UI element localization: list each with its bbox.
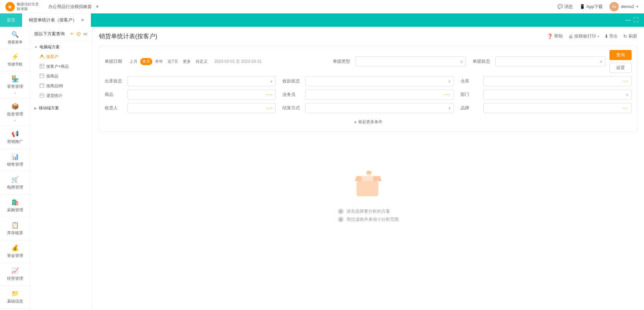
filter-row-1: 单据日期 上月 本月 本年 近7天 更多 自定义 2023-03-01 至 20… [105,50,632,73]
collapse-label: 收起更多条件 [358,119,382,125]
sidebar-item-marketing[interactable]: 📢 营销推广 [0,126,30,149]
sidebar-item-ecommerce[interactable]: 🛒 电商管理 [0,172,30,195]
receipt-status-input[interactable]: ∨ [305,76,453,86]
doc-status-input[interactable]: ∨ [495,56,605,66]
receipt-status-label: 收款状态 [282,78,303,84]
doc-type-label: 单据类型 [333,58,353,64]
svg-rect-14 [357,181,378,196]
salesperson-input[interactable]: ··· [305,90,453,100]
settlement-input[interactable]: ∨ [305,103,453,113]
help-label: 帮助 [554,33,563,39]
scheme-group-desktop: ▼ 电脑端方案 按客户 按客户+商品 按商品 [30,41,92,102]
date-tab-custom[interactable]: 自定义 [194,58,210,65]
filter-goods: 商品 ··· [105,90,276,100]
app-download-button[interactable]: 📱 App下载 [580,4,603,10]
sidebar-item-sales[interactable]: 📊 销售管理 [0,149,30,172]
refresh-button[interactable]: ↻ 刷新 [623,33,637,39]
scheme-mobile-title[interactable]: ▶ 移动端方案 [30,103,92,113]
department-input[interactable]: ∨ [483,90,632,100]
sidebar-item-quick-nav[interactable]: ⚡ 快捷导航 [0,49,30,71]
salesperson-label: 业务员 [282,92,303,98]
help-button[interactable]: ❓ 帮助 [547,33,563,39]
brand-dots: ··· [622,105,629,111]
date-tab-last-month[interactable]: 上月 [127,58,140,65]
hint-num-1: ① [338,208,344,214]
recipient-input[interactable]: ··· [127,103,276,113]
message-button[interactable]: 💬 消息 [557,4,573,10]
tab-sales-stat[interactable]: 销货单统计表（按客户） ✕ [22,13,91,27]
date-tab-this-year[interactable]: 本年 [153,58,165,65]
date-tab-more[interactable]: 更多 [181,58,193,65]
sidebar-item-finance[interactable]: 💰 资金管理 [0,240,30,263]
scheme-item-by-goods[interactable]: 按商品 [30,71,92,81]
sidebar-item-search-menu[interactable]: 🔍 搜索菜单 [0,27,30,49]
out-status-label: 出库状态 [105,78,125,84]
scheme-add-button[interactable]: ＋ [69,30,74,37]
scheme-item-by-customer-goods[interactable]: 按客户+商品 [30,62,92,71]
system-title-dropdown[interactable]: ▾ [96,3,99,10]
collapse-more-button[interactable]: ∧ 收起更多条件 [105,116,632,127]
settlement-arrow: ∨ [448,106,451,110]
search-menu-icon: 🔍 [11,31,19,38]
ecommerce-label: 电商管理 [7,185,23,190]
scheme-item-by-goods-99[interactable]: 按商品99 [30,81,92,91]
sidebar-item-purchase[interactable]: 🛍️ 采购管理 [0,195,30,217]
export-button[interactable]: ⬇ 导出 [604,33,618,39]
print-label: 按模板打印 [574,33,596,39]
tab-home[interactable]: 首页 [0,13,22,27]
refresh-label: 刷新 [629,33,637,39]
desktop-group-label: 电脑端方案 [40,44,60,50]
brand-input[interactable]: ··· [483,103,632,113]
basic-info-icon: 📁 [11,290,19,297]
by-goods-label: 按商品 [46,73,58,79]
mobile-group-label: 移动端方案 [39,105,59,111]
date-tab-this-month[interactable]: 本月 [140,58,152,65]
tab-minimize-button[interactable]: — [625,17,631,23]
warehouse-input[interactable]: ··· [483,76,632,86]
user-avatar[interactable]: Ea demo2 ▾ [609,2,639,11]
filter-department: 部门 ∨ [461,90,632,100]
out-status-input[interactable]: ∨ [127,76,276,86]
scheme-item-return-stat[interactable]: 退货统计 [30,91,92,101]
sidebar-item-retail[interactable]: 🏪 零售管理 ▲ [0,71,30,99]
scheme-item-by-customer[interactable]: 按客户 [30,52,92,62]
sidebar-item-basic-info[interactable]: 📁 基础信息 [0,286,30,309]
filter-row-4: 收货人 ··· 结算方式 ∨ [105,103,632,113]
sidebar-item-sys-mgmt[interactable]: ⚙️ 系统管理 [0,309,30,310]
empty-hint-2: ② 用过滤条件来缩小分析范围 [338,216,399,222]
refresh-icon: ↻ [623,34,627,39]
export-icon: ⬇ [604,34,608,39]
operations-label: 经营管理 [7,276,23,281]
scheme-settings-button[interactable]: ⊙ [76,31,81,37]
desktop-arrow-icon: ▼ [34,45,38,49]
by-customer-goods-icon [40,64,44,69]
scheme-header-title: 按以下方案查询 [34,31,65,37]
return-stat-icon [40,93,44,99]
wholesale-label: 批发管理 [7,111,23,117]
goods-input[interactable]: ··· [127,90,276,100]
doc-type-input[interactable]: ∨ [356,56,466,66]
filter-area: 单据日期 上月 本月 本年 近7天 更多 自定义 2023-03-01 至 20… [99,46,637,132]
scheme-collapse-button[interactable]: ≪ [83,31,88,37]
goods-dots: ··· [266,92,273,98]
recipient-dots: ··· [266,105,273,111]
sidebar-item-wholesale[interactable]: 📦 批发管理 ▲ [0,99,30,126]
filter-date: 单据日期 上月 本月 本年 近7天 更多 自定义 2023-03-01 至 20… [105,58,326,65]
filter-row-2: 出库状态 ∨ 收款状态 ∨ [105,76,632,86]
brand-label: 品牌 [461,105,481,111]
finance-icon: 💰 [11,244,19,252]
sidebar-item-operations[interactable]: 📈 经营管理 [0,263,30,286]
return-stat-label: 退货统计 [46,93,62,99]
hint-text-1: 请先选择要分析的方案 [346,208,390,214]
scheme-desktop-title[interactable]: ▼ 电脑端方案 [30,42,92,52]
tab-expand-button[interactable]: ⛶ [633,17,639,23]
empty-icon [348,163,388,203]
print-button[interactable]: 🖨 按模板打印 ▾ [568,33,599,39]
doc-status-arrow: ∨ [600,59,602,64]
query-button[interactable]: 查询 [609,50,632,60]
app-icon: 📱 [580,4,585,9]
sidebar-item-inventory[interactable]: 📋 库存核算 [0,217,30,240]
tab-close-button[interactable]: ✕ [81,18,84,22]
date-tab-7days[interactable]: 近7天 [166,58,180,65]
settings-button[interactable]: 设置 [609,63,632,73]
